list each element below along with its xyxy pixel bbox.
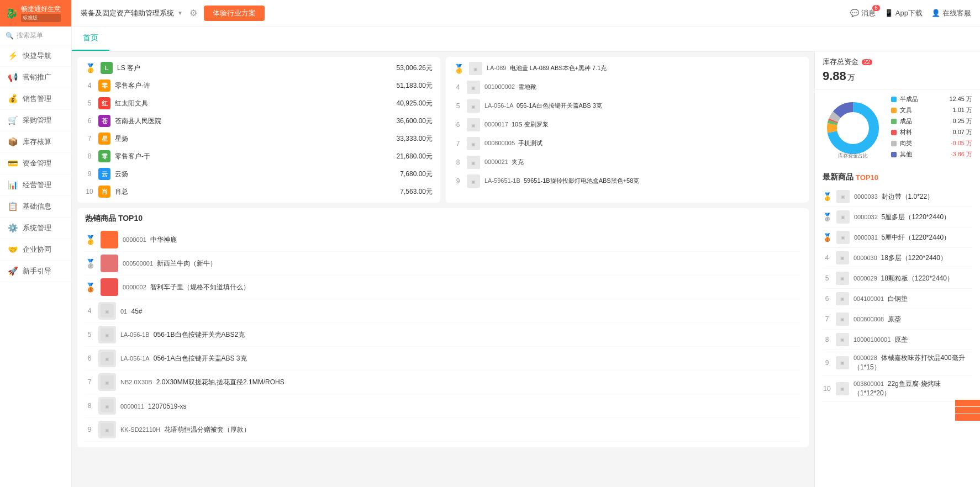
new-name: 原垄 — [894, 336, 908, 343]
svg-text:▣: ▣ — [471, 86, 476, 91]
new-code: 0000032 — [854, 214, 878, 220]
hot-item[interactable]: 9 ▣ KK-SD22110H 花语萌恒温分赠被套（厚款） — [85, 418, 801, 442]
hot-item[interactable]: 7 ▣ NB2.0X30B 2.0X30MM双搓花轴,搓花直径2.1MM/ROH… — [85, 370, 801, 394]
sidebar-item-basic[interactable]: 📋 基础信息 — [0, 196, 71, 218]
new-product-item[interactable]: 7 ▣ 000800008 原垄 — [823, 309, 972, 330]
sidebar-label-operation: 经营管理 — [23, 180, 51, 190]
message-icon: 💬 — [850, 9, 859, 17]
sidebar-item-sales[interactable]: 💰 销售管理 — [0, 88, 71, 110]
hot-item[interactable]: 8 ▣ 0000011 12070519-xs — [85, 394, 801, 418]
search-label: 搜索菜单 — [17, 31, 43, 40]
new-product-item[interactable]: 🥈 ▣ 0000032 5厘多层（1220*2440） — [823, 207, 972, 227]
new-product-item[interactable]: 🥉 ▣ 0000031 5厘中纤（1220*2440） — [823, 227, 972, 248]
legend-dot — [891, 130, 897, 135]
float-community[interactable]: 服务社区 — [955, 407, 980, 414]
prod-code: LA-056-1A — [484, 102, 513, 109]
online-service-label: 在线客服 — [942, 8, 971, 18]
hot-item[interactable]: 🥇 0000001 中华神鹿 — [85, 228, 801, 252]
phone-icon: 📱 — [884, 9, 893, 17]
product-row[interactable]: 8 ▣ 0000021 夹克 — [446, 153, 809, 172]
hot-item[interactable]: 5 ▣ LA-056-1B 056-1B白色按键开关壳ABS2克 — [85, 323, 801, 347]
content-area: 🥇 L LS 客户 53,006.26元 4 零 零售客户-许 51,183.0… — [72, 51, 980, 487]
tab-home[interactable]: 首页 — [72, 27, 109, 51]
sidebar-item-marketing[interactable]: 📢 营销推广 — [0, 67, 71, 88]
new-product-item[interactable]: 9 ▣ 0000028 体械嘉枚味苏打饮品400毫升（1*15） — [823, 350, 972, 376]
hot-item[interactable]: 4 ▣ 01 45# — [85, 299, 801, 323]
hot-name: 45# — [131, 308, 142, 315]
rank-num: 5 — [85, 99, 94, 107]
prod-name: 056-1A白色按键开关盖ABS 3克 — [517, 102, 602, 109]
sidebar-item-guide[interactable]: 🚀 新手引导 — [0, 261, 71, 282]
inventory-header: 库存总资金 22 9.88万 — [815, 51, 980, 89]
sidebar-logo: 🐉 畅捷通好生意 标准版 — [0, 0, 71, 27]
trial-button[interactable]: 体验行业方案 — [204, 6, 265, 21]
product-row[interactable]: 9 ▣ LA-59651-1B 59651-1B旋转投影灯电池盒ABS黑色+58… — [446, 172, 809, 190]
legend-item: 半成品 12.45 万 — [891, 95, 972, 103]
float-hotline[interactable]: 客服热线 — [955, 400, 980, 406]
product-ranking-panel: 🥇 ▣ LA-089 电池盖 LA-089 ABS本色+黑种 7.1克 4 ▣ … — [446, 57, 809, 203]
new-info: 000800008 原垄 — [853, 315, 972, 324]
new-code: 004100001 — [853, 295, 884, 302]
customer-row[interactable]: 10 肖 肖总 7,563.00元 — [77, 183, 440, 200]
sidebar-label-marketing: 营销推广 — [23, 72, 51, 82]
sidebar-item-system[interactable]: ⚙️ 系统管理 — [0, 218, 71, 239]
gear-icon[interactable]: ⚙ — [189, 8, 197, 18]
hot-rank-num: 8 — [85, 402, 94, 410]
sidebar-item-finance[interactable]: 💳 资金管理 — [0, 153, 71, 174]
legend-item: 其他 -3.86 万 — [891, 150, 972, 158]
customer-row[interactable]: 5 红 红太阳文具 40,925.00元 — [77, 94, 440, 112]
new-product-item[interactable]: 4 ▣ 0000030 18多层（1220*2440） — [823, 248, 972, 268]
sidebar-item-cooperation[interactable]: 🤝 企业协同 — [0, 239, 71, 261]
product-info: 0000021 夹克 — [484, 158, 801, 166]
customer-row[interactable]: 🥇 L LS 客户 53,006.26元 — [77, 59, 440, 77]
purchase-icon: 🛒 — [8, 115, 18, 125]
sidebar-item-purchase[interactable]: 🛒 采购管理 — [0, 110, 71, 131]
product-thumb: ▣ — [467, 81, 480, 94]
product-row[interactable]: 4 ▣ 001000002 雪地靴 — [446, 78, 809, 97]
product-row[interactable]: 7 ▣ 000800005 手机测试 — [446, 134, 809, 153]
customer-avatar: 苍 — [98, 115, 110, 127]
float-direct[interactable]: 直面 — [955, 414, 980, 421]
hot-item[interactable]: 6 ▣ LA-056-1A 056-1A白色按键开关盖ABS 3克 — [85, 347, 801, 370]
new-product-item[interactable]: 🥇 ▣ 0000033 封边带（1.0*22） — [823, 187, 972, 207]
customer-row[interactable]: 9 云 云扬 7,680.00元 — [77, 165, 440, 183]
hot-info: 0000011 12070519-xs — [120, 402, 801, 410]
app-download-item[interactable]: 📱 App下载 — [884, 8, 923, 18]
hot-item[interactable]: 🥈 000500001 新西兰牛肉（新牛） — [85, 252, 801, 276]
new-product-item[interactable]: 10 ▣ 003800001 22g鱼豆腐-烧烤味（1*12*20） — [823, 376, 972, 402]
product-thumb: ▣ — [467, 137, 480, 150]
customer-amount: 7,680.00元 — [400, 170, 433, 179]
sidebar-item-operation[interactable]: 📊 经营管理 — [0, 174, 71, 196]
prod-name: 59651-1B旋转投影灯电池盒ABS黑色+58克 — [524, 177, 639, 184]
customer-row[interactable]: 6 苍 苍南县人民医院 36,600.00元 — [77, 112, 440, 130]
customer-row[interactable]: 7 星 星扬 33,333.00元 — [77, 130, 440, 147]
new-product-item[interactable]: 6 ▣ 004100001 白钢垫 — [823, 289, 972, 309]
customer-avatar: 云 — [98, 168, 110, 180]
new-product-item[interactable]: 8 ▣ 10000100001 原垄 — [823, 330, 972, 350]
customer-row[interactable]: 4 零 零售客户-许 51,183.00元 — [77, 77, 440, 94]
sidebar-item-inventory[interactable]: 📦 库存核算 — [0, 131, 71, 153]
dropdown-icon[interactable]: ▼ — [177, 10, 183, 16]
sidebar-item-quicknav[interactable]: ⚡ 快捷导航 — [0, 45, 71, 67]
product-row[interactable]: 🥇 ▣ LA-089 电池盖 LA-089 ABS本色+黑种 7.1克 — [446, 59, 809, 78]
sidebar-search[interactable]: 🔍 搜索菜单 — [0, 27, 71, 45]
new-info: 0000031 5厘中纤（1220*2440） — [854, 233, 972, 242]
customer-row[interactable]: 8 零 零售客户-于 21,680.00元 — [77, 147, 440, 165]
sidebar-label-inventory: 库存核算 — [23, 137, 51, 147]
prod-name: 手机测试 — [518, 140, 542, 146]
new-product-item[interactable]: 5 ▣ 0000029 18颗粒板（1220*2440） — [823, 268, 972, 289]
customer-name: 云扬 — [115, 170, 396, 179]
hot-info: KK-SD22110H 花语萌恒温分赠被套（厚款） — [120, 425, 801, 435]
new-rank-num: 10 — [823, 385, 831, 393]
main-area: 装备及固定资产辅助管理系统 ▼ ⚙ 体验行业方案 💬 消息 6 📱 App下载 … — [72, 0, 980, 487]
product-row[interactable]: 5 ▣ LA-056-1A 056-1A白色按键开关盖ABS 3克 — [446, 97, 809, 115]
message-item[interactable]: 💬 消息 6 — [850, 8, 876, 18]
legend-dot — [891, 152, 897, 157]
logo-icon: 🐉 — [6, 7, 18, 19]
product-row[interactable]: 6 ▣ 0000017 10S 变刷罗浆 — [446, 115, 809, 134]
customer-amount: 21,680.00元 — [397, 152, 433, 161]
hot-item[interactable]: 🥉 0000002 智利车子里（规格不知道填什么） — [85, 276, 801, 299]
new-info: 0000032 5厘多层（1220*2440） — [854, 213, 972, 222]
product-thumb: ▣ — [467, 156, 480, 169]
online-service-item[interactable]: 👤 在线客服 — [931, 8, 971, 18]
